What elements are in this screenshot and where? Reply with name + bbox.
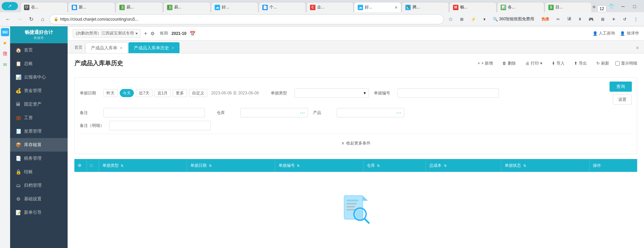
remarks-input[interactable] (103, 108, 205, 117)
scissors-icon[interactable]: ✂ (554, 15, 563, 24)
tab-history[interactable]: 产成品入库单历史 × (128, 42, 180, 53)
icon-bar-360[interactable]: 360 (1, 28, 9, 36)
th-status[interactable]: 单据状态 ⇅ (501, 159, 590, 172)
th-type[interactable]: 单据类型 ⇅ (99, 159, 187, 172)
warehouse-select[interactable]: ··· (240, 108, 308, 117)
sidebar-item-home[interactable]: 🏠 首页 (10, 43, 68, 57)
th-checkbox[interactable]: □ (87, 159, 99, 172)
collapse-button[interactable]: ∧ 收起更多条件 (336, 138, 376, 148)
export-button[interactable]: ⬆ 导出 (571, 59, 590, 68)
icon-bar-weibo[interactable]: 微 (1, 50, 9, 58)
filter-settings-button[interactable]: 设置 (613, 94, 632, 105)
sidebar-item-closing[interactable]: 🔒 结账 (10, 165, 68, 179)
import-button[interactable]: ⬇ 导入 (548, 59, 568, 68)
more-button[interactable]: ⋮ (631, 15, 641, 24)
tab-list-close[interactable]: × (120, 46, 122, 50)
sidebar-item-invoice[interactable]: 🧾 发票管理 (10, 125, 68, 138)
add-org-button[interactable]: + (144, 30, 147, 37)
url-bar[interactable]: 🔒 https://cloud.chanjet.com/accounting/u… (49, 14, 444, 24)
tab-2[interactable]: 📄 新... (68, 2, 115, 12)
dropdown-button[interactable]: ▾ (481, 15, 488, 24)
number-filter-label: 单据编号 (374, 90, 392, 96)
th-warehouse[interactable]: 仓库 ⇅ (363, 159, 426, 172)
calendar-icon[interactable]: 📅 (190, 31, 195, 36)
browser-logo[interactable]: ↗ (2, 2, 18, 10)
tab-count[interactable]: 12 (597, 5, 606, 12)
sidebar-item-ledger[interactable]: 📋 总账 (10, 57, 68, 70)
sidebar-item-settings[interactable]: ⚙ 基础设置 (10, 192, 68, 206)
tab-history-close[interactable]: × (172, 46, 174, 50)
shirt-icon[interactable]: 👕 (606, 3, 617, 10)
gamepad-button[interactable]: 🎮 (586, 15, 596, 24)
remarks-detail-input[interactable] (109, 121, 211, 130)
show-cols-checkbox[interactable] (615, 61, 620, 66)
tab-11[interactable]: 📊 各... (497, 2, 544, 12)
preset-yesterday[interactable]: 昨天 (103, 89, 118, 97)
product-select[interactable]: ··· (337, 108, 404, 117)
th-date[interactable]: 单据日期 ⇅ (187, 159, 275, 172)
sidebar-item-inventory[interactable]: 📦 库存核算 (10, 138, 68, 152)
user-info[interactable]: 👤 徐泽华 (620, 30, 639, 36)
tab-3[interactable]: 📗 易... (116, 2, 163, 12)
tab-6[interactable]: 📄 个... (259, 2, 306, 12)
sidebar-item-archive[interactable]: 🗂 归档管理 (10, 179, 68, 192)
brightness-button[interactable]: ☀ (609, 15, 618, 24)
grid-view-button[interactable]: ⊞ (598, 15, 607, 24)
delete-button[interactable]: 🗑 删除 (499, 59, 519, 68)
new-tab-button[interactable]: + (592, 2, 596, 12)
th-total-cost[interactable]: 总成本 ⇅ (426, 159, 501, 172)
th-settings[interactable]: ⚙ (74, 159, 87, 172)
refresh-button[interactable]: ↻ 刷新 (593, 59, 613, 68)
tab-12[interactable]: S 目... (545, 2, 592, 12)
sidebar-item-salary[interactable]: 💼 工资 (10, 111, 68, 125)
sidebar-item-fixed[interactable]: 🏛 固定资产 (10, 97, 68, 111)
maximize-button[interactable]: □ (629, 3, 640, 10)
back-button[interactable]: ← (3, 15, 13, 24)
sidebar-item-report[interactable]: 📊 云报表中心 (10, 70, 68, 84)
preset-custom[interactable]: 自定义 (189, 89, 207, 97)
tab-8[interactable]: ☁ 好... × (354, 2, 401, 12)
tab-list[interactable]: 产成品入库单 × (86, 42, 128, 53)
tab-8-close[interactable]: × (393, 5, 398, 10)
minimize-button[interactable]: ─ (618, 3, 628, 10)
sidebar-item-tax[interactable]: 📑 税务管理 (10, 152, 68, 165)
tab-5[interactable]: ☁ 好... (211, 2, 258, 12)
preset-more[interactable]: 更多 (173, 89, 187, 97)
tab-7[interactable]: C 企... (306, 2, 354, 12)
settings-org-button[interactable]: ⚙ (150, 31, 155, 36)
forward-button[interactable]: → (15, 15, 24, 24)
icon-bar-star[interactable]: ★ (1, 39, 9, 47)
icon-bar-email[interactable]: ✉ (1, 61, 9, 69)
show-cols-toggle[interactable]: 显示明细 (615, 61, 637, 66)
sidebar-item-funds[interactable]: 💰 资金管理 (10, 84, 68, 97)
number-input[interactable] (398, 88, 499, 98)
type-select[interactable]: ▾ (294, 88, 369, 98)
print-button[interactable]: 🖨 打印 ▾ (522, 59, 546, 68)
extensions-button[interactable]: ⊞ (457, 15, 466, 24)
preset-7days[interactable]: 近7天 (136, 89, 152, 97)
home-button[interactable]: ⌂ (38, 15, 47, 24)
human-service-button[interactable]: 👤 人工咨询 (593, 30, 615, 36)
reload-button[interactable]: ↻ (26, 15, 36, 24)
tab-10[interactable]: M 畅... (449, 2, 497, 12)
bookmark-button[interactable]: ☆ (446, 15, 455, 24)
translate-button[interactable]: 译 (565, 15, 574, 24)
tab-1[interactable]: 🛡 在... (20, 2, 68, 12)
preset-1month[interactable]: 近1月 (154, 89, 171, 97)
add-button[interactable]: + + 新增 (474, 59, 496, 68)
undo-button[interactable]: ↺ (620, 15, 629, 24)
hot-search-badge[interactable]: 热搜 (539, 15, 552, 24)
preset-today[interactable]: 今天 (120, 89, 134, 97)
panel-close-button[interactable]: × (636, 45, 639, 53)
close-button[interactable]: × (641, 3, 644, 10)
lightning-button[interactable]: ⚡ (468, 15, 479, 24)
th-number[interactable]: 单据编号 ⇅ (275, 159, 363, 172)
org-selector[interactable]: (勿删勿禁用）江西碳宝测试专用 ▾ (73, 29, 141, 38)
tab-9[interactable]: 🐧 腾... (402, 2, 449, 12)
tab-4[interactable]: 📗 易... (163, 2, 211, 12)
search-bar[interactable]: 🔍 360智能抠图免费用 (490, 15, 537, 24)
query-button[interactable]: 查询 (610, 82, 632, 92)
breadcrumb-home[interactable]: 首页 (73, 45, 84, 53)
yuan-button[interactable]: ¥ (576, 15, 584, 24)
sidebar-item-newdoc[interactable]: 📝 新单引导 (10, 206, 68, 219)
